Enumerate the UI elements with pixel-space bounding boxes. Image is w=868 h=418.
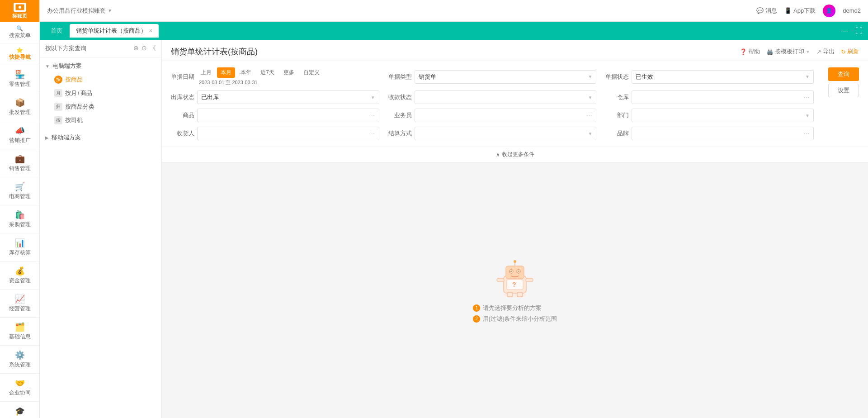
brand-dots: ···	[804, 130, 810, 137]
receiver-control[interactable]: ···	[197, 127, 379, 140]
tab-close-button[interactable]: ×	[149, 28, 152, 34]
warehouse-dots: ···	[804, 94, 810, 100]
sidebar-item-label: 资金管理	[9, 277, 31, 284]
step-2-text: 用[过滤]条件来缩小分析范围	[483, 315, 557, 323]
industry-name: 办公用品行业模拟账套	[47, 7, 106, 15]
tree-parent-pc[interactable]: ▼ 电脑端方案	[40, 59, 161, 73]
date-tab-7days[interactable]: 近7天	[257, 67, 278, 78]
sidebar-item-ecommerce[interactable]: 🛒 电商管理	[0, 177, 39, 205]
department-control[interactable]: ▼	[632, 109, 814, 122]
tree-child-by-month-product[interactable]: 月 按月+商品	[40, 86, 161, 100]
tab-active[interactable]: 销货单统计计表（按商品） ×	[70, 24, 159, 38]
purchase-icon: 🛍️	[2, 210, 38, 220]
query-button[interactable]: 查询	[828, 67, 859, 81]
receipt-status-control[interactable]: ▼	[415, 90, 597, 104]
main-area: 办公用品行业模拟账套 ▼ 💬 消息 📱 App下载 👤 demo2 首页 销货单…	[40, 0, 868, 418]
industry-dropdown-arrow[interactable]: ▼	[108, 8, 112, 13]
collapse-panel-button[interactable]: 《	[150, 44, 156, 52]
sidebar-logo[interactable]: 标账页	[0, 0, 39, 22]
refresh-button[interactable]: ↻ 刷新	[841, 48, 859, 56]
tab-bar: 首页 销货单统计计表（按商品） × — ⛶	[40, 22, 868, 40]
tab-home[interactable]: 首页	[43, 24, 70, 38]
collapse-button[interactable]: ∧ 收起更多条件	[491, 150, 539, 159]
date-tab-more[interactable]: 更多	[280, 67, 298, 78]
tree-child-by-product[interactable]: 按 按商品	[40, 73, 161, 86]
help-label: 帮助	[748, 48, 760, 56]
sidebar-item-marketing[interactable]: 📣 营销推广	[0, 121, 39, 149]
sidebar-item-purchase[interactable]: 🛍️ 采购管理	[0, 205, 39, 233]
date-tab-current-year[interactable]: 本年	[237, 67, 255, 78]
sidebar-item-wholesale[interactable]: 📦 批发管理	[0, 93, 39, 121]
user-name[interactable]: demo2	[843, 7, 861, 14]
empty-illustration: ?	[492, 258, 538, 299]
out-status-value: 已出库	[201, 93, 219, 101]
print-icon: 🖨️	[766, 48, 774, 55]
side-buttons: 查询 设置	[828, 67, 859, 97]
tree-child-by-category[interactable]: 归 按商品分类	[40, 100, 161, 114]
filter-date-field: 单据日期 上月 本月 本年 近7天 更多 自定义 2023-03-01 至 20…	[171, 67, 379, 86]
out-status-control[interactable]: 已出库 ▼	[197, 90, 379, 104]
warehouse-control[interactable]: ···	[632, 90, 814, 104]
page-title: 销货单统计计表(按商品)	[171, 46, 258, 57]
doc-type-control[interactable]: 销货单 ▼	[415, 70, 597, 84]
step-1-number: 1	[473, 304, 480, 312]
sidebar-item-operation[interactable]: 📈 经营管理	[0, 290, 39, 318]
retail-icon: 🏪	[2, 70, 38, 80]
salesperson-label: 业务员	[388, 111, 412, 119]
sidebar-item-system[interactable]: ⚙️ 系统管理	[0, 346, 39, 374]
tree-child-by-supplier[interactable]: 按 按司机	[40, 114, 161, 127]
sidebar-item-label: 电商管理	[9, 193, 31, 200]
filter-brand-field: 品牌 ···	[605, 127, 814, 140]
date-tab-current-month[interactable]: 本月	[217, 67, 235, 78]
svg-point-7	[510, 271, 512, 272]
sidebar-item-finance[interactable]: 💰 资金管理	[0, 261, 39, 290]
sidebar-item-sales[interactable]: 💼 销售管理	[0, 149, 39, 177]
sidebar-item-basic[interactable]: 🗂️ 基础信息	[0, 318, 39, 346]
tab-active-label: 销货单统计计表（按商品）	[76, 27, 146, 35]
reset-button[interactable]: 设置	[828, 84, 859, 97]
tab-maximize-button[interactable]: ⛶	[854, 26, 864, 36]
by-product-icon: 按	[54, 76, 62, 84]
by-category-icon: 归	[54, 103, 62, 111]
empty-step-2: 2 用[过滤]条件来缩小分析范围	[473, 315, 557, 323]
doc-type-label: 单据类型	[388, 73, 412, 81]
top-bar-title: 办公用品行业模拟账套 ▼	[47, 7, 756, 15]
edit-scheme-button[interactable]: ⊙	[142, 44, 147, 52]
sidebar-search-item[interactable]: 🔍 搜索菜单	[0, 22, 39, 43]
sidebar-item-inventory[interactable]: 📊 库存核算	[0, 233, 39, 261]
collapse-row: ∧ 收起更多条件	[162, 147, 868, 162]
sidebar-item-guide[interactable]: 🎓 新手引导	[0, 402, 39, 418]
sidebar-item-label: 库存核算	[9, 249, 31, 256]
sidebar-search-label: 搜索菜单	[9, 32, 31, 38]
left-panel-actions: ⊕ ⊙ 《	[133, 44, 156, 52]
brand-control[interactable]: ···	[632, 127, 814, 140]
doc-status-control[interactable]: 已生效 ▼	[632, 70, 814, 84]
tree-parent-mobile[interactable]: ▶ 移动端方案	[40, 131, 161, 144]
sidebar-nav-item[interactable]: ⭐ 快捷导航	[0, 43, 39, 65]
date-tab-custom[interactable]: 自定义	[300, 67, 323, 78]
add-scheme-button[interactable]: ⊕	[133, 44, 139, 52]
date-label: 单据日期	[171, 73, 194, 81]
department-label: 部门	[605, 111, 629, 119]
help-button[interactable]: ❓ 帮助	[740, 48, 760, 56]
refresh-label: 刷新	[847, 48, 859, 56]
logo-icon	[14, 3, 26, 12]
message-button[interactable]: 💬 消息	[756, 7, 777, 15]
sidebar-item-enterprise[interactable]: 🤝 企业协同	[0, 374, 39, 402]
sidebar-item-retail[interactable]: 🏪 零售管理	[0, 65, 39, 93]
print-dropdown-arrow[interactable]: ▼	[806, 49, 810, 54]
user-avatar[interactable]: 👤	[823, 5, 835, 17]
app-download-button[interactable]: 📱 App下载	[784, 7, 816, 15]
export-button[interactable]: ↗ 导出	[816, 48, 835, 56]
svg-point-10	[514, 260, 516, 263]
date-tab-last-month[interactable]: 上月	[197, 67, 215, 78]
template-print-button[interactable]: 🖨️ 按模板打印 ▼	[766, 48, 810, 56]
salesperson-control[interactable]: ···	[415, 109, 597, 122]
settlement-control[interactable]: ▼	[415, 127, 597, 140]
top-bar-right: 💬 消息 📱 App下载 👤 demo2	[756, 5, 861, 17]
by-supplier-icon: 按	[54, 116, 62, 124]
receiver-dots: ···	[369, 130, 375, 137]
product-control[interactable]: ···	[197, 109, 379, 122]
tab-minimize-button[interactable]: —	[839, 26, 850, 36]
search-icon: 🔍	[2, 25, 38, 32]
